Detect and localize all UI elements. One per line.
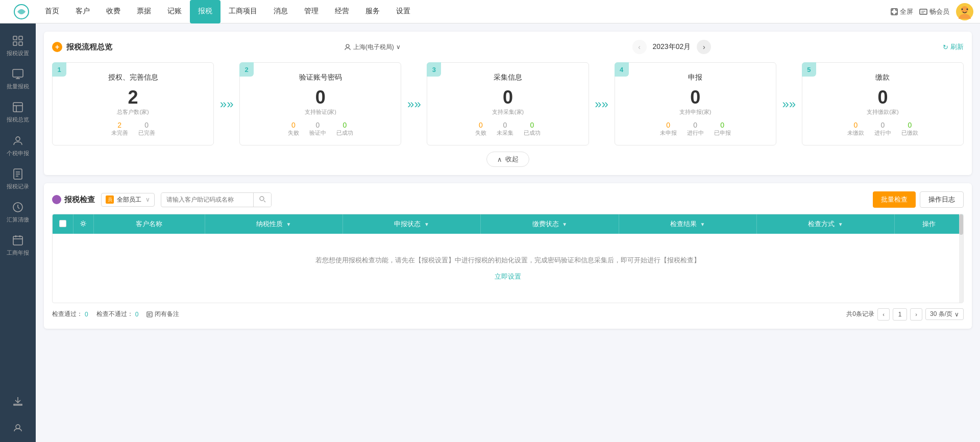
nav-item-记账[interactable]: 记账 (159, 0, 190, 23)
fullscreen-button[interactable]: 全屏 (891, 7, 913, 16)
th-operation: 操作 (895, 214, 963, 234)
sidebar-item-location[interactable] (0, 415, 36, 442)
svg-rect-11 (13, 69, 23, 77)
step-card-3: 4 申报 0 支持申报(家) 0 未申报 0 进行中 0 已申报 (615, 62, 776, 145)
th-check-result[interactable]: 检查结果 ▼ (619, 214, 756, 234)
arrow-icon: »» (595, 97, 608, 111)
svg-rect-10 (19, 42, 22, 45)
arrow-icon: »» (407, 97, 421, 111)
step-stats-2: 0 失败 0 未采集 0 已成功 (435, 121, 580, 137)
stat-value: 0 (714, 121, 731, 129)
step-subtitle-4: 支持缴款(家) (811, 108, 955, 116)
nav-item-工商项目[interactable]: 工商项目 (220, 0, 265, 23)
collapse-button[interactable]: ∧ 收起 (486, 152, 529, 167)
check-header: 报税检查 员 全部员工 ∨ 批量检查 操作日志 (52, 191, 964, 208)
stat-value: 2 (111, 121, 128, 129)
sidebar-item-annual-report[interactable]: 工商年报 (0, 228, 36, 261)
collapse-bar: ∧ 收起 (52, 152, 964, 167)
step-number-2: 3 (427, 62, 441, 77)
top-nav: 首页客户收费票据记账报税工商项目消息管理经营服务设置 全屏 畅会员 (0, 0, 980, 23)
svg-rect-12 (13, 103, 22, 112)
sidebar-item-settlement[interactable]: 汇算清缴 (0, 195, 36, 228)
refresh-button[interactable]: ↻ 刷新 (943, 42, 964, 52)
fail-label: 检查不通过： (96, 310, 133, 318)
sidebar-item-tax-overview[interactable]: 报税总览 (0, 95, 36, 128)
step-stats-4: 0 未缴款 0 进行中 0 已缴款 (811, 121, 955, 137)
empty-tip-line1: 若您想使用报税检查功能，请先在【报税设置】中进行报税的初始化设置，完成密码验证和… (61, 254, 955, 266)
nav-item-设置[interactable]: 设置 (388, 0, 419, 23)
stat-value: 0 (288, 121, 299, 129)
nav-item-经营[interactable]: 经营 (327, 0, 357, 23)
fail-value[interactable]: 0 (135, 311, 139, 318)
nav-item-服务[interactable]: 服务 (357, 0, 388, 23)
sidebar-item-personal-report[interactable]: 个税申报 (0, 129, 36, 162)
next-page-button[interactable]: › (910, 308, 922, 321)
operation-log-button[interactable]: 操作日志 (920, 191, 964, 208)
sidebar-item-batch-tax[interactable]: 批量报税 (0, 62, 36, 95)
pass-value[interactable]: 0 (85, 311, 88, 318)
fullscreen-label: 全屏 (900, 7, 913, 16)
svg-point-13 (16, 137, 20, 141)
stat-label: 未缴款 (847, 129, 864, 137)
sidebar-label-annual-report: 工商年报 (7, 250, 29, 256)
stat-label: 失败 (288, 129, 299, 137)
th-declare-status[interactable]: 申报状态 ▼ (342, 214, 480, 234)
scrollbar[interactable] (959, 214, 963, 303)
step-number-0: 1 (52, 62, 66, 77)
step-stat: 2 未完善 (111, 121, 128, 137)
nav-item-收费[interactable]: 收费 (98, 0, 129, 23)
scrollbar-thumb[interactable] (959, 214, 963, 235)
step-card-0: 1 授权、完善信息 2 总客户数(家) 2 未完善 0 已完善 (52, 62, 214, 145)
svg-point-21 (82, 222, 85, 225)
step-card-4: 5 缴款 0 支持缴款(家) 0 未缴款 0 进行中 0 已缴款 (802, 62, 964, 145)
step-title-2: 采集信息 (435, 73, 580, 82)
annual-report-icon (11, 233, 25, 248)
page-size-selector[interactable]: 30 条/页 ∨ (925, 308, 964, 320)
step-stats-1: 0 失败 0 验证中 0 已成功 (248, 121, 393, 137)
nav-item-客户[interactable]: 客户 (67, 0, 98, 23)
arrow-icon: »» (782, 97, 796, 111)
stat-value: 0 (475, 121, 486, 129)
search-button[interactable] (253, 193, 271, 207)
empty-tip: 若您想使用报税检查功能，请先在【报税设置】中进行报税的初始化设置，完成密码验证和… (53, 234, 963, 303)
svg-point-17 (16, 425, 20, 429)
prev-month-button[interactable]: ‹ (632, 40, 647, 54)
th-check-method[interactable]: 检查方式 ▼ (756, 214, 894, 234)
next-month-button[interactable]: › (697, 40, 711, 54)
prev-page-button[interactable]: ‹ (877, 308, 890, 321)
setup-link[interactable]: 立即设置 (495, 273, 521, 280)
staff-dropdown-icon: ∨ (145, 196, 150, 203)
th-tax-type[interactable]: 纳税性质 ▼ (205, 214, 342, 234)
svg-point-18 (346, 44, 349, 47)
collapse-icon: ∧ (497, 156, 502, 163)
sidebar-label-personal-report: 个税申报 (7, 150, 29, 157)
step-stat: 0 验证中 (309, 121, 326, 137)
step-big-num-3: 0 (623, 86, 768, 108)
stat-value: 0 (901, 121, 918, 129)
stat-label: 已成功 (524, 129, 541, 137)
header-checkbox[interactable] (59, 220, 66, 227)
nav-item-报税[interactable]: 报税 (190, 0, 220, 23)
arrow-icon: »» (220, 97, 234, 111)
step-card-1: 2 验证账号密码 0 支持验证(家) 0 失败 0 验证中 0 已成功 (239, 62, 401, 145)
batch-check-button[interactable]: 批量检查 (873, 191, 916, 208)
stat-label: 已完善 (138, 129, 155, 137)
main-content: + 报税流程总览 上海(电子税局) ∨ ‹ 2023年02月 › ↻ 刷新 (36, 23, 980, 442)
nav-item-管理[interactable]: 管理 (296, 0, 327, 23)
member-button[interactable]: 畅会员 (919, 7, 949, 16)
table-scroll: 若您想使用报税检查功能，请先在【报税设置】中进行报税的初始化设置，完成密码验证和… (53, 234, 963, 303)
sidebar-item-download[interactable] (0, 389, 36, 415)
nav-item-票据[interactable]: 票据 (129, 0, 159, 23)
step-card-2: 3 采集信息 0 支持采集(家) 0 失败 0 未采集 0 已成功 (427, 62, 589, 145)
location-tag[interactable]: 上海(电子税局) ∨ (344, 43, 401, 52)
personal-report-icon (11, 134, 25, 148)
nav-item-首页[interactable]: 首页 (37, 0, 67, 23)
th-pay-status[interactable]: 缴费状态 ▼ (481, 214, 619, 234)
sidebar-item-tax-settings[interactable]: 报税设置 (0, 29, 36, 62)
staff-select[interactable]: 员 全部员工 ∨ (101, 193, 155, 207)
sidebar-item-tax-record[interactable]: 报税记录 (0, 162, 36, 195)
stat-label: 未申报 (660, 129, 677, 137)
stat-label: 未采集 (497, 129, 513, 137)
nav-item-消息[interactable]: 消息 (265, 0, 296, 23)
search-input[interactable] (161, 193, 253, 206)
